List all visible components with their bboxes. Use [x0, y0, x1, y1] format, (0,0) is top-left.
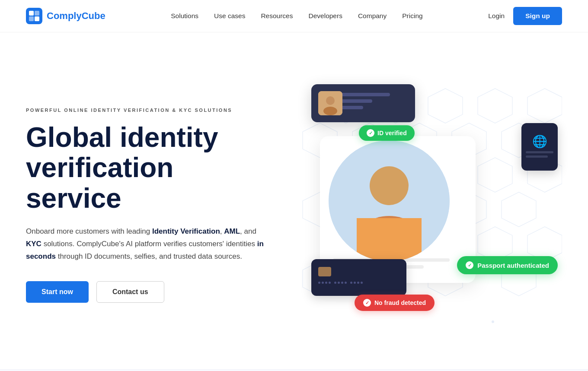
- nav-actions: Login Sign up: [488, 7, 562, 25]
- svg-marker-17: [478, 158, 512, 192]
- login-button[interactable]: Login: [488, 12, 505, 20]
- start-now-button[interactable]: Start now: [26, 281, 89, 303]
- contact-us-button[interactable]: Contact us: [96, 281, 164, 303]
- svg-point-31: [492, 320, 494, 323]
- nav-pricing[interactable]: Pricing: [402, 12, 422, 19]
- hero-cta-buttons: Start now Contact us: [26, 281, 268, 303]
- credit-card-number: [318, 282, 399, 284]
- id-verified-label: ID verified: [377, 130, 407, 136]
- svg-rect-3: [29, 16, 34, 21]
- nav-developers[interactable]: Developers: [309, 12, 342, 19]
- passport-card-lines: [526, 151, 553, 160]
- profile-photo: [329, 140, 450, 261]
- svg-point-35: [323, 107, 337, 115]
- navbar: ComplyCube Solutions Use cases Resources…: [0, 0, 588, 32]
- svg-marker-9: [527, 89, 562, 123]
- hero-description: Onboard more customers with leading Iden…: [26, 225, 268, 263]
- svg-point-34: [326, 96, 335, 105]
- hero-section: POWERFUL ONLINE IDENTITY VERIFICATION & …: [0, 32, 588, 369]
- nav-company[interactable]: Company: [358, 12, 387, 19]
- cc-dots-2: [334, 282, 347, 284]
- svg-point-37: [370, 166, 409, 205]
- nav-resources[interactable]: Resources: [261, 12, 293, 19]
- svg-rect-0: [26, 8, 42, 24]
- hero-tagline: POWERFUL ONLINE IDENTITY VERIFICATION & …: [26, 108, 268, 113]
- svg-rect-4: [35, 16, 39, 21]
- svg-marker-8: [478, 89, 512, 123]
- credit-card: [311, 259, 406, 296]
- cc-dots-1: [318, 282, 331, 284]
- bottom-strip: 🌐 🪪 👤 ✓: [0, 369, 588, 371]
- nav-solutions[interactable]: Solutions: [171, 12, 198, 19]
- no-fraud-badge: ✓ No fraud detected: [355, 295, 435, 311]
- nav-use-cases[interactable]: Use cases: [214, 12, 245, 19]
- signup-button[interactable]: Sign up: [513, 7, 562, 25]
- no-fraud-icon: ✓: [363, 299, 371, 307]
- logo-text: ComplyCube: [47, 10, 105, 22]
- credit-card-chip: [318, 267, 331, 276]
- passport-authenticated-label: Passport authenticated: [477, 262, 549, 269]
- id-card: [311, 84, 415, 122]
- hero-visual: ✓ ID verified 🌐: [294, 80, 562, 330]
- nav-menu: Solutions Use cases Resources Developers…: [171, 12, 422, 20]
- passport-line-2: [526, 155, 548, 158]
- svg-marker-7: [428, 89, 463, 123]
- passport-globe-icon: 🌐: [532, 134, 547, 149]
- id-card-photo: [318, 91, 342, 115]
- hero-content: POWERFUL ONLINE IDENTITY VERIFICATION & …: [26, 108, 268, 303]
- svg-marker-21: [502, 192, 536, 227]
- svg-rect-2: [35, 11, 39, 16]
- id-verified-check-icon: ✓: [367, 129, 374, 137]
- logo-icon: [26, 8, 42, 24]
- passport-check-icon: ✓: [466, 261, 473, 269]
- hero-title: Global identity verification service: [26, 122, 268, 213]
- svg-rect-1: [29, 11, 34, 16]
- cc-dots-3: [350, 282, 363, 284]
- passport-line-1: [526, 151, 553, 153]
- svg-rect-39: [357, 218, 422, 261]
- passport-authenticated-badge: ✓ Passport authenticated: [457, 256, 558, 274]
- id-verified-badge: ✓ ID verified: [359, 125, 415, 141]
- logo-link[interactable]: ComplyCube: [26, 8, 105, 24]
- passport-card: 🌐: [521, 123, 558, 171]
- no-fraud-label: No fraud detected: [374, 299, 426, 306]
